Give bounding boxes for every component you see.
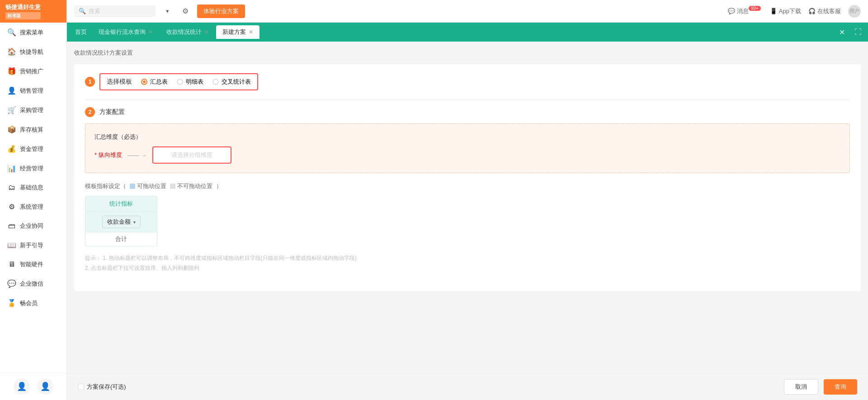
step2-section: 2 方案配置 汇总维度（必选） 纵向维度 ——→ 请选择分组维度 bbox=[85, 107, 850, 273]
tab-home[interactable]: 首页 bbox=[71, 25, 91, 39]
bottom-bar: 方案保存(可选) 取消 查询 bbox=[67, 373, 868, 400]
metric-total-label: 合计 bbox=[115, 235, 127, 242]
sidebar-label-basic-info: 基础信息 bbox=[20, 184, 43, 192]
tab-receipt-stats[interactable]: 收款情况统计✕ bbox=[160, 25, 215, 39]
sidebar-label-inventory: 库存核算 bbox=[20, 126, 43, 134]
sidebar-bottom: 👤 👤 bbox=[0, 372, 66, 400]
member-icon: 🏅 bbox=[7, 299, 16, 307]
sidebar-label-sales: 销售管理 bbox=[20, 87, 43, 95]
page-title: 收款情况统计方案设置 bbox=[74, 49, 861, 57]
save-label: 方案保存(可选) bbox=[87, 383, 126, 391]
tab-new-plan[interactable]: 新建方案✕ bbox=[216, 25, 259, 39]
notification-item[interactable]: 💬 消息 99+ bbox=[728, 7, 763, 15]
hint-line-1: 提示： 1. 拖动标题栏可以调整布局，不可跨维度或指标区域拖动栏目字段(只能在同… bbox=[85, 254, 850, 264]
tab-label-cash-bank: 现金银行流水查询 bbox=[99, 28, 146, 36]
industry-btn[interactable]: 体验行业方案 bbox=[197, 5, 245, 18]
arrow-icon: → bbox=[141, 152, 147, 159]
sidebar-item-operations[interactable]: 📊经营管理 bbox=[0, 159, 66, 178]
metric-chevron-icon: ▾ bbox=[133, 220, 136, 225]
download-item[interactable]: 📱 App下载 bbox=[770, 7, 801, 15]
main-card: 1 选择模板 汇总表 明细表 交叉统计表 bbox=[74, 64, 861, 291]
basic-info-icon: 🗂 bbox=[7, 184, 16, 192]
bottom-actions: 取消 查询 bbox=[784, 379, 857, 395]
service-icon: 🎧 bbox=[808, 8, 816, 14]
service-item[interactable]: 🎧 在线客服 bbox=[808, 7, 841, 15]
metrics-section: 模板指标设定（ 可拖动位置 不可拖动位置 ） 统计指标 bbox=[85, 182, 850, 246]
sidebar-item-member[interactable]: 🏅畅会员 bbox=[0, 293, 66, 313]
tab-close-cash-bank[interactable]: ✕ bbox=[148, 29, 153, 35]
sidebar-item-system[interactable]: ⚙系统管理 bbox=[0, 197, 66, 216]
sidebar-label-finance: 资金管理 bbox=[20, 145, 43, 153]
step1-header: 1 选择模板 汇总表 明细表 交叉统计表 bbox=[85, 73, 850, 90]
sales-icon: 👤 bbox=[7, 86, 16, 95]
step2-badge: 2 bbox=[85, 107, 95, 117]
sidebar-item-inventory[interactable]: 📦库存核算 bbox=[0, 120, 66, 139]
enterprise-collab-icon: 🗃 bbox=[7, 222, 16, 230]
metrics-section-label: 模板指标设定（ bbox=[85, 182, 126, 190]
purchase-icon: 🛒 bbox=[7, 106, 16, 114]
settings-icon[interactable]: ⚙ bbox=[179, 5, 192, 18]
metric-tag-row: 收款金额 ▾ bbox=[85, 212, 157, 232]
save-checkbox[interactable]: 方案保存(可选) bbox=[78, 383, 126, 391]
download-icon: 📱 bbox=[770, 8, 777, 14]
dimension-area: 汇总维度（必选） 纵向维度 ——→ 请选择分组维度 bbox=[85, 123, 850, 173]
user-avatar[interactable]: 用户 bbox=[848, 5, 861, 18]
step1-section: 1 选择模板 汇总表 明细表 交叉统计表 bbox=[85, 73, 850, 90]
tab-close-all-icon[interactable]: ✕ bbox=[835, 26, 848, 38]
radio-option-summary[interactable]: 汇总表 bbox=[141, 78, 168, 86]
tab-cash-bank[interactable]: 现金银行流水查询✕ bbox=[92, 25, 159, 39]
sidebar-item-marketing[interactable]: 🎁营销推广 bbox=[0, 61, 66, 81]
sidebar-item-newbie[interactable]: 📖新手引导 bbox=[0, 235, 66, 255]
draggable-label: 可拖动位置 bbox=[137, 182, 166, 190]
radio-option-cross[interactable]: 交叉统计表 bbox=[212, 78, 251, 86]
sidebar-label-search-menu: 搜索菜单 bbox=[20, 28, 43, 37]
sidebar-item-smart-hardware[interactable]: 🖥智能硬件 bbox=[0, 255, 66, 274]
notification-badge: 99+ bbox=[749, 6, 761, 11]
sidebar-label-quick-nav: 快捷导航 bbox=[20, 48, 43, 56]
save-checkbox-box[interactable] bbox=[78, 384, 84, 390]
sidebar-item-sales[interactable]: 👤销售管理 bbox=[0, 81, 66, 100]
sidebar-item-purchase[interactable]: 🛒采购管理 bbox=[0, 100, 66, 120]
sidebar-item-enterprise-collab[interactable]: 🗃企业协同 bbox=[0, 216, 66, 235]
sidebar-item-search-menu[interactable]: 🔍搜索菜单 bbox=[0, 23, 66, 42]
sidebar-item-quick-nav[interactable]: 🏠快捷导航 bbox=[0, 42, 66, 61]
query-button[interactable]: 查询 bbox=[824, 379, 857, 395]
logo-text: 畅捷通好生意 bbox=[5, 3, 41, 11]
header-dropdown-btn[interactable]: ▾ bbox=[161, 5, 174, 18]
metric-total-row: 合计 bbox=[85, 232, 157, 246]
sidebar-item-basic-info[interactable]: 🗂基础信息 bbox=[0, 178, 66, 197]
template-selection-box: 选择模板 汇总表 明细表 交叉统计表 bbox=[99, 73, 258, 90]
tab-label-new-plan: 新建方案 bbox=[222, 28, 246, 36]
tab-close-receipt-stats[interactable]: ✕ bbox=[204, 29, 209, 35]
step1-label: 选择模板 bbox=[107, 78, 132, 86]
search-placeholder: 搜索 bbox=[89, 7, 100, 15]
draggable-legend: 可拖动位置 bbox=[130, 182, 166, 190]
sidebar: 畅捷通好生意 标准版 🔍搜索菜单🏠快捷导航🎁营销推广👤销售管理🛒采购管理📦库存核… bbox=[0, 0, 67, 400]
inventory-icon: 📦 bbox=[7, 125, 16, 134]
metrics-table: 统计指标 收款金额 ▾ 合计 bbox=[85, 196, 157, 246]
sidebar-nav: 🔍搜索菜单🏠快捷导航🎁营销推广👤销售管理🛒采购管理📦库存核算💰资金管理📊经营管理… bbox=[0, 23, 66, 313]
sidebar-item-finance[interactable]: 💰资金管理 bbox=[0, 139, 66, 159]
metrics-area-label: 统计指标 bbox=[109, 200, 133, 207]
metric-tag-amount[interactable]: 收款金额 ▾ bbox=[102, 216, 141, 228]
header-search[interactable]: 🔍 搜索 bbox=[74, 5, 156, 17]
sidebar-label-purchase: 采购管理 bbox=[20, 106, 43, 114]
sidebar-avatar-1[interactable]: 👤 bbox=[14, 378, 30, 395]
header-right: 💬 消息 99+ 📱 App下载 🎧 在线客服 用户 bbox=[728, 5, 861, 18]
tab-bar: 首页 现金银行流水查询✕收款情况统计✕新建方案✕ ✕ ⛶ bbox=[67, 23, 868, 42]
radio-option-detail[interactable]: 明细表 bbox=[177, 78, 203, 86]
sidebar-avatar-2[interactable]: 👤 bbox=[37, 378, 53, 395]
non-draggable-legend: 不可拖动位置 bbox=[170, 182, 212, 190]
tab-expand-icon[interactable]: ⛶ bbox=[852, 26, 864, 38]
sidebar-label-smart-hardware: 智能硬件 bbox=[20, 260, 43, 268]
dimension-select[interactable]: 请选择分组维度 bbox=[152, 146, 231, 164]
radio-label-summary: 汇总表 bbox=[150, 78, 168, 86]
sidebar-item-enterprise-wechat[interactable]: 💬企业微信 bbox=[0, 274, 66, 293]
search-menu-icon: 🔍 bbox=[7, 28, 16, 37]
sidebar-label-newbie: 新手引导 bbox=[20, 241, 43, 249]
draggable-dot bbox=[130, 184, 135, 189]
tab-close-new-plan[interactable]: ✕ bbox=[249, 29, 253, 35]
download-label: App下载 bbox=[779, 7, 801, 15]
sidebar-label-enterprise-wechat: 企业微信 bbox=[20, 280, 43, 288]
cancel-button[interactable]: 取消 bbox=[784, 379, 818, 395]
